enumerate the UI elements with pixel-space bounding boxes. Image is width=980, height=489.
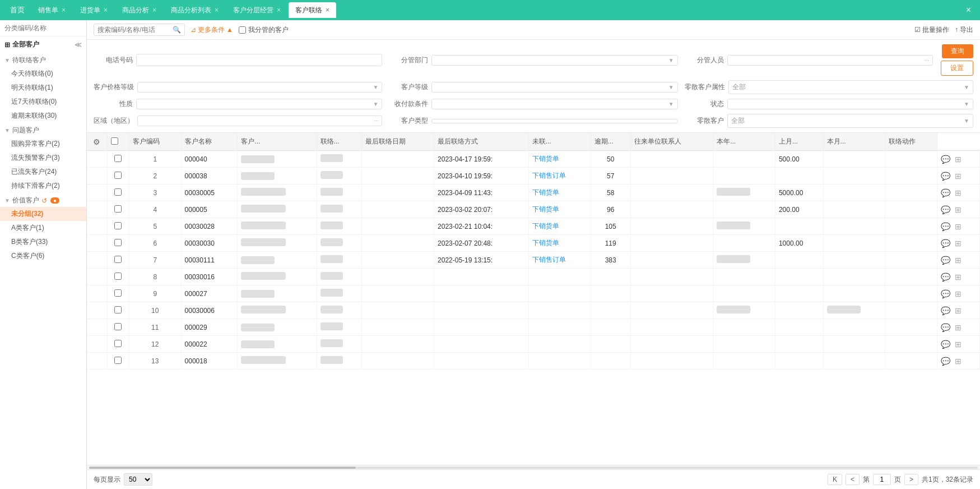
tab-home[interactable]: 首页 — [4, 5, 30, 15]
last-method-link[interactable]: 下销货单 — [532, 188, 559, 196]
row-checkbox-cell[interactable] — [107, 151, 129, 168]
reset-button[interactable]: 设置 — [941, 61, 973, 76]
chat-icon[interactable]: 💬 — [941, 205, 950, 214]
row-checkbox-cell[interactable] — [107, 235, 129, 252]
row-checkbox[interactable] — [114, 205, 122, 213]
export-btn[interactable]: ↑ 导出 — [955, 25, 973, 35]
first-page-btn[interactable]: K — [828, 474, 842, 485]
last-method-link[interactable]: 下销货单 — [532, 239, 559, 247]
grid-action-icon[interactable]: ⊞ — [955, 239, 962, 248]
search-box[interactable]: 🔍 — [94, 24, 185, 36]
prev-page-btn[interactable]: < — [846, 474, 860, 485]
tab-sales[interactable]: 销售单 × — [31, 2, 72, 18]
chat-icon[interactable]: 💬 — [941, 172, 950, 181]
sidebar-item-unscored[interactable]: 未分组(32) — [0, 207, 86, 221]
sidebar-item-holding[interactable]: 持续下滑客户(2) — [0, 179, 86, 193]
sidebar-item-lost[interactable]: 已流失客户(24) — [0, 165, 86, 179]
row-checkbox-cell[interactable] — [107, 269, 129, 285]
chat-icon[interactable]: 💬 — [941, 289, 950, 298]
grid-action-icon[interactable]: ⊞ — [955, 188, 962, 197]
last-method-link[interactable]: 下销售订单 — [532, 172, 566, 179]
chat-icon[interactable]: 💬 — [941, 222, 950, 231]
manager-select[interactable]: ··· — [727, 55, 933, 66]
chat-icon[interactable]: 💬 — [941, 323, 950, 332]
chat-icon[interactable]: 💬 — [941, 357, 950, 366]
row-checkbox[interactable] — [114, 306, 122, 313]
sidebar-item-grade-c[interactable]: C类客户(6) — [0, 249, 86, 263]
sidebar-search-input[interactable] — [4, 24, 87, 32]
customer-grade-select[interactable]: ▼ — [431, 82, 677, 93]
search-icon[interactable]: 🔍 — [173, 26, 181, 34]
row-checkbox-cell[interactable] — [107, 201, 129, 218]
tab-customer-contact[interactable]: 客户联络 × — [289, 2, 336, 18]
row-checkbox-cell[interactable] — [107, 218, 129, 235]
grid-action-icon[interactable]: ⊞ — [955, 340, 962, 349]
query-button[interactable]: 查询 — [942, 44, 973, 58]
tab-purchase[interactable]: 进货单 × — [73, 2, 114, 18]
zero-customer-select[interactable]: 全部 ▼ — [727, 114, 973, 128]
sidebar-item-churn[interactable]: 流失预警客户(3) — [0, 151, 86, 165]
row-checkbox[interactable] — [114, 340, 122, 347]
select-all-checkbox[interactable] — [111, 137, 118, 145]
region-select[interactable]: ··· — [137, 116, 382, 126]
scrollbar-thumb[interactable] — [89, 467, 356, 469]
chat-icon[interactable]: 💬 — [941, 256, 950, 265]
row-checkbox-cell[interactable] — [107, 353, 129, 370]
my-customers-checkbox[interactable] — [239, 26, 246, 34]
problem-customers-group[interactable]: ▼ 问题客户 — [0, 123, 86, 137]
sidebar-item-abnormal[interactable]: 囤购异常客户(2) — [0, 137, 86, 151]
grid-action-icon[interactable]: ⊞ — [955, 289, 962, 298]
row-checkbox-cell[interactable] — [107, 285, 129, 302]
row-checkbox[interactable] — [114, 256, 122, 263]
chat-icon[interactable]: 💬 — [941, 340, 950, 349]
grid-action-icon[interactable]: ⊞ — [955, 323, 962, 332]
sidebar-item-grade-b[interactable]: B类客户(33) — [0, 235, 86, 249]
tab-customer-ops[interactable]: 客户分层经营 × — [226, 2, 287, 18]
next-page-btn[interactable]: > — [904, 474, 918, 485]
row-checkbox-cell[interactable] — [107, 184, 129, 201]
row-checkbox[interactable] — [114, 323, 122, 330]
horizontal-scrollbar[interactable] — [87, 465, 980, 469]
close-icon[interactable]: × — [277, 6, 281, 14]
row-checkbox[interactable] — [114, 188, 122, 196]
value-customers-group[interactable]: ▼ 价值客户 ↺ ● — [0, 193, 86, 207]
nature-select[interactable]: ▼ — [136, 99, 382, 109]
grid-action-icon[interactable]: ⊞ — [955, 273, 962, 282]
close-icon[interactable]: × — [62, 6, 66, 14]
zero-attr-select[interactable]: 全部 ▼ — [728, 80, 973, 94]
sidebar-item-overdue[interactable]: 逾期未联络(30) — [0, 109, 86, 123]
payment-select[interactable]: ▼ — [431, 99, 677, 109]
status-select[interactable]: ▼ — [727, 99, 973, 109]
my-customers-checkbox-label[interactable]: 我分管的客户 — [239, 25, 289, 35]
close-icon[interactable]: × — [152, 6, 156, 14]
settings-col-header[interactable]: ⚙ — [87, 133, 107, 151]
row-checkbox[interactable] — [114, 357, 122, 364]
collapse-icon[interactable]: ≪ — [75, 41, 82, 49]
row-checkbox-cell[interactable] — [107, 168, 129, 184]
close-icon[interactable]: × — [326, 6, 329, 14]
chat-icon[interactable]: 💬 — [941, 155, 950, 164]
chat-icon[interactable]: 💬 — [941, 188, 950, 197]
customer-type-select[interactable] — [431, 119, 677, 123]
grid-action-icon[interactable]: ⊞ — [955, 306, 962, 315]
row-checkbox-cell[interactable] — [107, 252, 129, 269]
last-method-link[interactable]: 下销货单 — [532, 222, 559, 230]
close-icon[interactable]: × — [104, 6, 108, 14]
pending-contact-group[interactable]: ▼ 待联络客户 — [0, 53, 86, 67]
more-conditions[interactable]: ⊿ 更多条件 ▲ — [191, 25, 233, 35]
search-input[interactable] — [97, 26, 170, 34]
grid-action-icon[interactable]: ⊞ — [955, 155, 962, 164]
dept-select[interactable]: ▼ — [431, 55, 677, 66]
chat-icon[interactable]: 💬 — [941, 239, 950, 248]
reload-icon[interactable]: ↺ — [41, 197, 47, 205]
grid-action-icon[interactable]: ⊞ — [955, 172, 962, 181]
row-checkbox[interactable] — [114, 222, 122, 229]
grid-action-icon[interactable]: ⊞ — [955, 222, 962, 231]
row-checkbox[interactable] — [114, 239, 122, 246]
tab-product-list[interactable]: 商品分析列表 × — [164, 2, 225, 18]
per-page-select[interactable]: 50 100 200 — [124, 473, 152, 486]
grid-action-icon[interactable]: ⊞ — [955, 256, 962, 265]
row-checkbox[interactable] — [114, 172, 122, 179]
last-method-link[interactable]: 下销货单 — [532, 155, 559, 163]
grid-action-icon[interactable]: ⊞ — [955, 205, 962, 214]
